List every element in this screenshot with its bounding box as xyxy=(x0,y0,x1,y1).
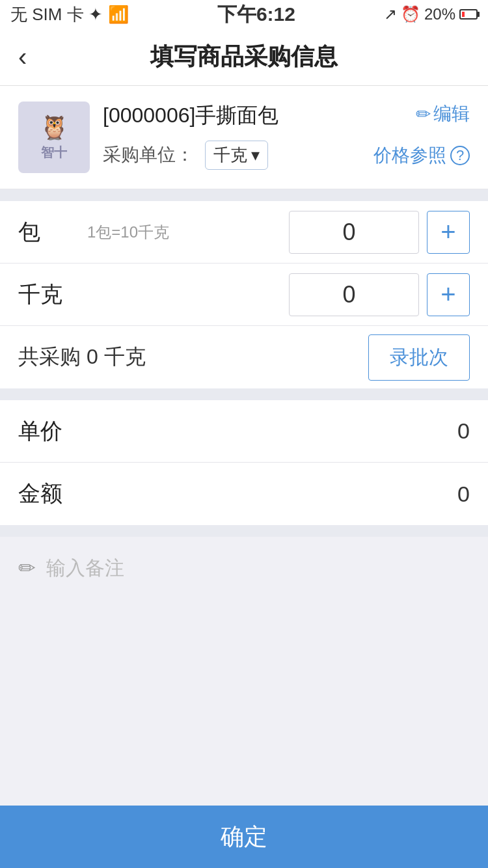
status-left: 无 SIM 卡 ✦ 📶 xyxy=(10,3,129,26)
product-unit-row: 采购单位： 千克 ▾ 价格参照 ? xyxy=(103,141,470,170)
time-display: 下午6:12 xyxy=(217,1,295,28)
price-ref-label: 价格参照 xyxy=(373,143,446,168)
price-reference-button[interactable]: 价格参照 ? xyxy=(373,143,470,168)
back-button[interactable]: ‹ xyxy=(18,42,27,72)
summary-row: 共采购 0 千克 录批次 xyxy=(0,326,488,388)
unit-price-label: 单价 xyxy=(18,416,62,446)
product-info: [0000006]手撕面包 ✏ 编辑 采购单位： 千克 ▾ 价格参照 ? xyxy=(103,102,470,170)
unit-price-value: 0 xyxy=(457,418,470,444)
product-thumbnail: 🦉 智十 xyxy=(18,102,90,173)
remark-placeholder: 输入备注 xyxy=(46,555,124,582)
location-icon: ↗ xyxy=(384,5,397,23)
pencil-icon: ✏ xyxy=(18,556,36,580)
product-info-top: [0000006]手撕面包 ✏ 编辑 xyxy=(103,102,470,130)
product-icon: 🦉 xyxy=(40,114,69,141)
battery-icon xyxy=(459,9,478,20)
status-right: ↗ ⏰ 20% xyxy=(384,5,478,23)
summary-text: 共采购 0 千克 xyxy=(18,343,146,372)
nav-bar: ‹ 填写商品采购信息 xyxy=(0,29,488,86)
page-title: 填写商品采购信息 xyxy=(150,41,338,73)
batch-record-button[interactable]: 录批次 xyxy=(368,334,470,381)
unit-price-row: 单价 0 xyxy=(0,400,488,463)
wifi-icon: 📶 xyxy=(108,5,129,25)
input-section: 包 1包=10千克 + 千克 + xyxy=(0,201,488,326)
edit-icon: ✏ xyxy=(416,103,431,125)
product-card: 🦉 智十 [0000006]手撕面包 ✏ 编辑 采购单位： 千克 ▾ xyxy=(0,86,488,189)
kg-quantity-input[interactable] xyxy=(289,273,419,316)
price-section: 单价 0 金额 0 xyxy=(0,400,488,525)
product-name: [0000006]手撕面包 xyxy=(103,102,278,130)
kg-input-right: + xyxy=(289,273,470,316)
kg-plus-button[interactable]: + xyxy=(427,273,470,316)
bag-sublabel: 1包=10千克 xyxy=(87,222,169,243)
unit-label: 采购单位： xyxy=(103,144,194,165)
bag-label: 包 xyxy=(18,217,83,247)
unit-value: 千克 xyxy=(213,144,247,167)
bag-plus-button[interactable]: + xyxy=(427,211,470,254)
remark-section[interactable]: ✏ 输入备注 xyxy=(0,537,488,599)
amount-label: 金额 xyxy=(18,479,62,509)
amount-row: 金额 0 xyxy=(0,463,488,525)
separator-2 xyxy=(0,388,488,400)
content-fill xyxy=(0,599,488,729)
bag-input-right: + xyxy=(289,211,470,254)
battery-percent: 20% xyxy=(424,5,455,23)
kg-label: 千克 xyxy=(18,280,83,310)
kg-input-row: 千克 + xyxy=(0,264,488,326)
confirm-label: 确定 xyxy=(221,821,267,853)
bag-quantity-input[interactable] xyxy=(289,211,419,254)
unit-selector-container: 采购单位： 千克 ▾ xyxy=(103,141,268,170)
edit-button[interactable]: ✏ 编辑 xyxy=(416,102,470,126)
help-icon: ? xyxy=(450,146,470,165)
confirm-button[interactable]: 确定 xyxy=(0,806,488,868)
bag-input-row: 包 1包=10千克 + xyxy=(0,201,488,264)
brand-label: 智十 xyxy=(41,144,67,161)
edit-label: 编辑 xyxy=(433,102,470,126)
alarm-icon: ⏰ xyxy=(401,5,420,23)
unit-select-dropdown[interactable]: 千克 ▾ xyxy=(205,141,268,170)
separator-3 xyxy=(0,525,488,537)
dropdown-arrow-icon: ▾ xyxy=(251,145,260,165)
status-bar: 无 SIM 卡 ✦ 📶 下午6:12 ↗ ⏰ 20% xyxy=(0,0,488,29)
separator-1 xyxy=(0,189,488,201)
amount-value: 0 xyxy=(457,481,470,507)
sim-indicator: 无 SIM 卡 ✦ xyxy=(10,3,103,26)
